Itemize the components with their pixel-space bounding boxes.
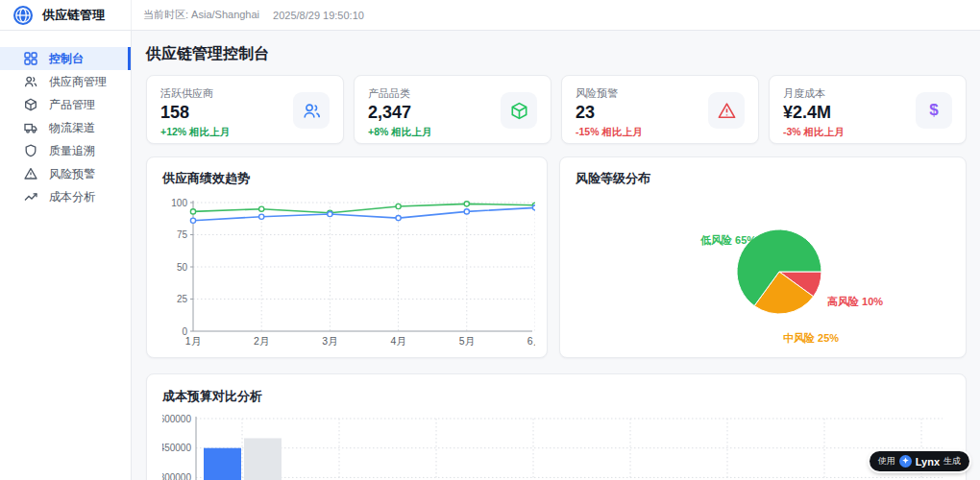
sidebar-item-label: 控制台 (49, 51, 84, 67)
badge-brand: Lynx (916, 456, 940, 468)
lynx-generator-badge[interactable]: 使用 Lynx 生成 (870, 451, 969, 471)
risk-distribution-card: 风险等级分布 低风险 65% 高风险 10% 中风险 25% (559, 156, 967, 358)
badge-prefix: 使用 (878, 455, 895, 468)
app-brand[interactable]: 供应链管理 (0, 0, 132, 30)
sidebar-item-dashboard[interactable]: 控制台 (0, 47, 131, 70)
alert-triangle-icon (718, 102, 736, 120)
topbar: 供应链管理 当前时区: Asia/Shanghai 2025/8/29 19:5… (0, 0, 980, 31)
sidebar-item-cost[interactable]: 成本分析 (0, 185, 131, 208)
svg-text:6月: 6月 (527, 335, 535, 347)
charts-row: 供应商绩效趋势 02550751001月2月3月4月5月6月 风险等级分布 低风… (146, 156, 967, 358)
sidebar-item-products[interactable]: 产品管理 (0, 93, 131, 116)
current-datetime: 2025/8/29 19:50:10 (273, 10, 364, 21)
sidebar-item-label: 质量追溯 (49, 143, 95, 159)
main-content: 供应链管理控制台 活跃供应商 158 +12% 相比上月 产品品类 2,347 … (132, 31, 980, 480)
sidebar-item-label: 风险预警 (49, 166, 95, 182)
svg-text:75: 75 (177, 229, 188, 240)
stat-icon-chip (708, 92, 745, 129)
stats-row: 活跃供应商 158 +12% 相比上月 产品品类 2,347 +8% 相比上月 … (146, 75, 967, 144)
stat-card-risk-alerts: 风险预警 23 -15% 相比上月 (561, 75, 759, 144)
svg-text:25: 25 (177, 294, 188, 304)
topbar-info: 当前时区: Asia/Shanghai 2025/8/29 19:50:10 (132, 8, 364, 22)
shield-icon (24, 144, 37, 157)
bar-chart-title: 成本预算对比分析 (162, 388, 950, 405)
page-title: 供应链管理控制台 (146, 44, 967, 64)
sidebar: 控制台 供应商管理 产品管理 物流渠道 质量追溯 风险预警 (0, 31, 132, 480)
sidebar-item-risk[interactable]: 风险预警 (0, 162, 131, 185)
stat-icon-chip: $ (916, 92, 952, 129)
users-icon (303, 102, 321, 120)
dashboard-grid-icon (24, 52, 37, 65)
truck-icon (24, 121, 37, 134)
package-icon (24, 98, 37, 111)
sidebar-item-label: 供应商管理 (49, 74, 107, 90)
sidebar-item-label: 产品管理 (49, 97, 95, 113)
sidebar-item-suppliers[interactable]: 供应商管理 (0, 70, 131, 93)
globe-logo-icon (12, 5, 34, 26)
svg-text:600000: 600000 (162, 414, 191, 424)
svg-text:4月: 4月 (390, 335, 405, 347)
svg-text:300000: 300000 (162, 472, 191, 480)
pie-chart-title: 风险等级分布 (576, 170, 950, 187)
dollar-sign-icon: $ (929, 101, 938, 120)
svg-text:3月: 3月 (322, 335, 337, 347)
svg-text:2月: 2月 (254, 335, 269, 347)
stat-card-active-suppliers: 活跃供应商 158 +12% 相比上月 (146, 75, 344, 144)
cost-budget-bar-chart: 6000004500003000001500000 (162, 411, 950, 480)
svg-text:5月: 5月 (459, 335, 475, 347)
sidebar-item-label: 成本分析 (49, 189, 95, 205)
pie-label-high-risk: 高风险 10% (827, 295, 883, 309)
risk-pie-chart: 低风险 65% 高风险 10% 中风险 25% (576, 187, 950, 350)
lynx-logo-icon (899, 455, 912, 468)
users-icon (24, 75, 37, 88)
svg-text:450000: 450000 (162, 443, 191, 453)
package-icon (510, 102, 528, 120)
cost-budget-card: 成本预算对比分析 6000004500003000001500000 (146, 373, 967, 480)
line-chart-title: 供应商绩效趋势 (162, 170, 531, 187)
svg-text:50: 50 (177, 262, 188, 273)
sidebar-item-quality[interactable]: 质量追溯 (0, 139, 131, 162)
pie-label-low-risk: 低风险 65% (700, 233, 756, 248)
badge-suffix: 生成 (943, 455, 961, 468)
stat-card-product-categories: 产品品类 2,347 +8% 相比上月 (354, 75, 551, 144)
svg-text:1月: 1月 (185, 335, 201, 347)
stat-icon-chip (293, 92, 330, 129)
pie-label-medium-risk: 中风险 25% (783, 331, 839, 346)
supplier-performance-line-chart: 02550751001月2月3月4月5月6月 (162, 196, 535, 349)
stat-icon-chip (501, 92, 537, 129)
stat-card-monthly-cost: 月度成本 ¥2.4M -3% 相比上月 $ (769, 75, 967, 144)
timezone-label: 当前时区: Asia/Shanghai (143, 8, 259, 22)
app-title: 供应链管理 (42, 7, 105, 24)
svg-text:100: 100 (171, 198, 187, 208)
sidebar-item-logistics[interactable]: 物流渠道 (0, 116, 131, 139)
trend-up-icon (24, 190, 37, 204)
supplier-performance-card: 供应商绩效趋势 02550751001月2月3月4月5月6月 (146, 156, 548, 358)
alert-triangle-icon (24, 167, 37, 180)
sidebar-item-label: 物流渠道 (49, 120, 95, 136)
